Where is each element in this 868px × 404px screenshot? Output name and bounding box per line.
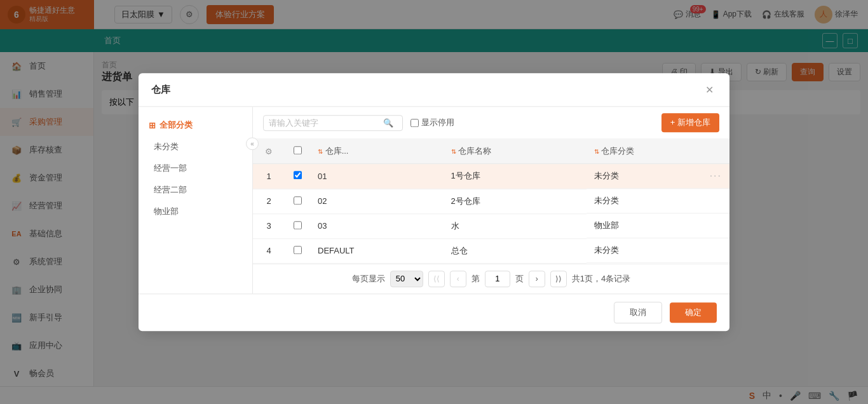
row-num: 4: [253, 238, 285, 263]
confirm-button[interactable]: 确定: [670, 302, 717, 323]
per-page-label: 每页显示: [352, 273, 385, 285]
page-first-btn[interactable]: ⟨⟨: [428, 271, 445, 287]
modal-toolbar: 🔍 显示停用 + 新增仓库: [253, 107, 729, 139]
table-row[interactable]: 1 01 1号仓库 未分类 ···: [253, 164, 729, 189]
warehouse-table-wrap: ⚙ ⇅ 仓库... ⇅ 仓库名称 ⇅: [253, 139, 729, 264]
cancel-button[interactable]: 取消: [614, 302, 662, 323]
row-checkbox[interactable]: [294, 172, 302, 180]
row-checkbox[interactable]: [294, 221, 302, 229]
table-row[interactable]: 3 03 水 物业部: [253, 213, 729, 238]
row-code: 03: [310, 213, 444, 238]
grid-icon: ⊞: [149, 121, 156, 130]
warehouse-search-wrap: 🔍: [263, 115, 403, 131]
modal-main: 🔍 显示停用 + 新增仓库 ⚙ ⇅ 仓: [253, 107, 729, 293]
category-property[interactable]: 物业部: [139, 201, 252, 222]
col-name[interactable]: ⇅ 仓库名称: [444, 139, 587, 164]
row-name: 2号仓库: [444, 189, 587, 213]
page-next-btn[interactable]: ›: [529, 271, 545, 287]
row-name: 1号仓库: [444, 164, 587, 189]
show-disabled-label[interactable]: 显示停用: [410, 117, 454, 128]
warehouse-search-input[interactable]: [269, 118, 383, 128]
new-warehouse-btn[interactable]: + 新增仓库: [661, 113, 719, 132]
modal-action-footer: 取消 确定: [139, 293, 729, 331]
sort-icon: ⇅: [451, 148, 456, 155]
row-name: 水: [444, 213, 587, 238]
row-checkbox-cell[interactable]: [285, 189, 310, 213]
row-checkbox-cell[interactable]: [285, 213, 310, 238]
row-num: 3: [253, 213, 285, 238]
page-last-btn[interactable]: ⟩⟩: [550, 271, 567, 287]
row-actions-icon[interactable]: ···: [710, 170, 722, 182]
modal-category-sidebar: ⊞ 全部分类 未分类 经营一部 经营二部 物业部: [139, 107, 253, 293]
row-category: 物业部: [587, 213, 729, 238]
table-row[interactable]: 4 DEFAULT 总仓 未分类: [253, 238, 729, 263]
row-num: 2: [253, 189, 285, 213]
warehouse-tbody: 1 01 1号仓库 未分类 ··· 2 02 2号仓库 未分类 3 03 水 物…: [253, 164, 729, 264]
row-checkbox[interactable]: [294, 246, 302, 254]
warehouse-modal: 仓库 ✕ ⊞ 全部分类 未分类 经营一部 经营二部 物业部 «: [139, 73, 729, 331]
category-dept1[interactable]: 经营一部: [139, 158, 252, 179]
row-code: 02: [310, 189, 444, 213]
page-prev-btn[interactable]: ‹: [450, 271, 466, 287]
modal-body: ⊞ 全部分类 未分类 经营一部 经营二部 物业部 «: [139, 107, 729, 293]
category-dept2[interactable]: 经营二部: [139, 179, 252, 201]
sidebar-collapse-btn[interactable]: «: [246, 137, 259, 150]
select-all-checkbox[interactable]: [294, 146, 302, 154]
all-category-btn[interactable]: ⊞ 全部分类: [139, 114, 252, 136]
row-checkbox-cell[interactable]: [285, 164, 310, 189]
page-input[interactable]: [485, 271, 510, 287]
row-num: 1: [253, 164, 285, 189]
total-label: 共1页，4条记录: [572, 273, 630, 285]
col-check: [285, 139, 310, 164]
col-code[interactable]: ⇅ 仓库...: [310, 139, 444, 164]
row-category: 未分类: [587, 238, 729, 263]
row-category: 未分类 ···: [587, 164, 729, 189]
sort-icon: ⇅: [594, 148, 599, 155]
row-code: 01: [310, 164, 444, 189]
show-disabled-checkbox[interactable]: [410, 119, 419, 127]
row-name: 总仓: [444, 238, 587, 263]
table-head: ⚙ ⇅ 仓库... ⇅ 仓库名称 ⇅: [253, 139, 729, 164]
sort-icon: ⇅: [318, 148, 323, 155]
per-page-select[interactable]: 50 20 100: [390, 271, 423, 287]
table-row[interactable]: 2 02 2号仓库 未分类: [253, 189, 729, 213]
row-code: DEFAULT: [310, 238, 444, 263]
page-unit: 页: [515, 273, 524, 285]
modal-pagination: 每页显示 50 20 100 ⟨⟨ ‹ 第 页 › ⟩⟩ 共1页，4条记录: [253, 264, 729, 293]
row-checkbox[interactable]: [294, 196, 302, 205]
modal-header: 仓库 ✕: [139, 73, 729, 107]
col-category[interactable]: ⇅ 仓库分类: [587, 139, 729, 164]
category-unclassified[interactable]: 未分类: [139, 136, 252, 158]
modal-title: 仓库: [151, 84, 170, 96]
modal-close-button[interactable]: ✕: [702, 82, 717, 97]
row-checkbox-cell[interactable]: [285, 238, 310, 263]
warehouse-table: ⚙ ⇅ 仓库... ⇅ 仓库名称 ⇅: [253, 139, 729, 264]
page-label: 第: [471, 273, 480, 285]
row-category: 未分类: [587, 189, 729, 213]
search-icon[interactable]: 🔍: [383, 118, 393, 128]
